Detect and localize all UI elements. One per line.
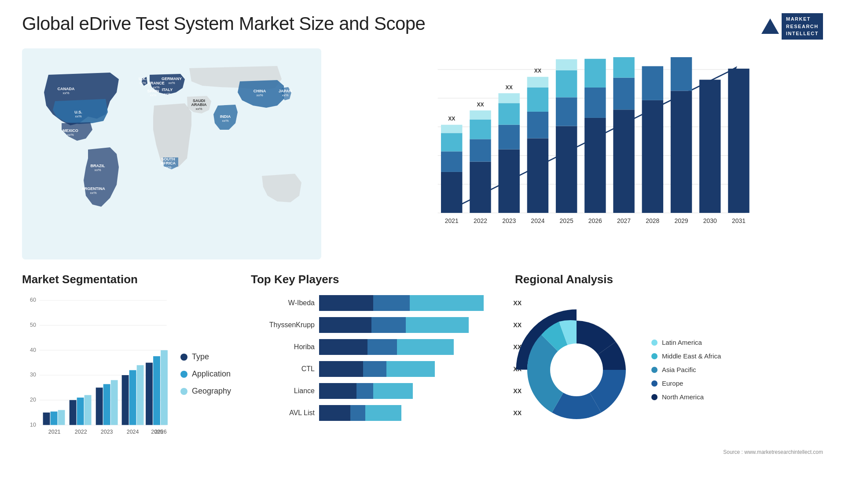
svg-text:xx%: xx% [165,165,171,169]
svg-rect-108 [51,411,58,425]
svg-text:xx%: xx% [150,93,156,97]
svg-text:GERMANY: GERMANY [162,77,182,81]
player-name-wibeda: W-Ibeda [251,299,315,307]
world-map: CANADA xx% U.S. xx% MEXICO xx% BRAZIL xx… [22,48,321,259]
svg-text:xx%: xx% [62,91,69,95]
regional-container: Regional Analysis [515,273,823,457]
segmentation-chart: 60 50 40 30 20 10 [22,293,172,442]
bottom-section: Market Segmentation 60 50 40 30 20 10 [22,273,823,457]
svg-rect-112 [77,398,84,425]
legend-application: Application [180,369,242,379]
latin-america-dot [651,340,658,346]
svg-rect-53 [498,103,519,124]
segmentation-content: 60 50 40 30 20 10 [22,293,242,442]
segmentation-title: Market Segmentation [22,273,242,286]
svg-rect-59 [527,77,548,87]
svg-rect-73 [642,66,663,100]
geography-dot [180,388,187,395]
svg-text:20: 20 [30,397,36,403]
svg-text:2024: 2024 [127,428,139,435]
player-name-horiba: Horiba [251,343,315,351]
player-bar-liance: XX [319,383,506,399]
type-label: Type [192,352,209,362]
svg-rect-48 [470,119,491,139]
north-america-dot [651,394,658,400]
svg-rect-54 [498,93,519,103]
svg-text:2021: 2021 [48,428,61,435]
svg-text:2026: 2026 [154,428,167,435]
svg-rect-49 [470,110,491,120]
svg-text:xx%: xx% [67,133,73,137]
svg-rect-69 [613,110,634,213]
svg-rect-71 [613,57,634,78]
player-row-wibeda: W-Ibeda XX [251,295,506,311]
svg-text:2022: 2022 [474,217,487,224]
player-name-avl: AVL List [251,409,315,417]
player-bar-avl: XX [319,405,506,421]
svg-text:XX: XX [534,68,541,74]
svg-text:2027: 2027 [617,217,631,224]
svg-text:40: 40 [30,347,36,353]
svg-rect-42 [441,151,462,172]
logo-triangle [761,18,779,34]
map-container: CANADA xx% U.S. xx% MEXICO xx% BRAZIL xx… [22,48,321,259]
svg-point-130 [550,343,603,396]
svg-rect-74 [671,91,692,213]
player-name-ctl: CTL [251,365,315,373]
europe-dot [651,380,658,387]
geography-label: Geography [192,387,231,396]
svg-rect-75 [671,57,692,91]
svg-text:xx%: xx% [282,93,288,97]
svg-text:60: 60 [30,297,36,303]
page-container: Global eDrive Test System Market Size an… [0,0,845,504]
svg-rect-119 [122,375,129,425]
asia-pacific-dot [651,367,658,373]
svg-text:XX: XX [506,84,513,90]
svg-text:2029: 2029 [675,217,688,224]
svg-text:xx%: xx% [90,191,96,195]
svg-text:INDIA: INDIA [220,114,231,119]
svg-rect-124 [153,356,160,424]
page-title: Global eDrive Test System Market Size an… [22,13,425,34]
player-row-ctl: CTL XX [251,361,506,377]
svg-rect-117 [111,380,118,425]
svg-rect-57 [527,111,548,138]
svg-text:AFRICA: AFRICA [161,161,176,165]
application-label: Application [192,369,231,379]
svg-text:BRAZIL: BRAZIL [91,164,105,168]
player-bar-wibeda: XX [319,295,506,311]
svg-text:FRANCE: FRANCE [148,81,165,85]
svg-text:XX: XX [448,116,455,122]
svg-rect-121 [137,365,144,425]
player-row-thyssen: ThyssenKrupp XX [251,317,506,333]
svg-text:50: 50 [30,322,36,328]
svg-rect-63 [556,70,577,97]
svg-rect-115 [96,387,103,425]
player-name-liance: Liance [251,387,315,395]
svg-rect-61 [556,126,577,213]
svg-text:ARGENTINA: ARGENTINA [81,186,105,191]
player-row-horiba: Horiba XX [251,339,506,355]
svg-rect-51 [498,149,519,212]
bar-chart: XX XX XX XX [356,57,814,237]
source-text: Source : www.marketresearchintellect.com [515,449,823,455]
svg-text:JAPAN: JAPAN [279,89,292,93]
svg-text:2024: 2024 [531,217,544,224]
type-dot [180,354,187,361]
svg-text:ITALY: ITALY [162,88,173,92]
svg-rect-116 [103,384,110,425]
bar-chart-container: XX XX XX XX [330,48,823,259]
asia-pacific-label: Asia Pacific [662,366,696,373]
svg-text:2023: 2023 [502,217,516,224]
svg-rect-64 [556,59,577,70]
svg-text:10: 10 [30,421,36,427]
middle-east-label: Middle East & Africa [662,352,721,360]
svg-rect-41 [441,172,462,212]
svg-rect-62 [556,97,577,126]
svg-rect-43 [441,133,462,151]
svg-text:ARABIA: ARABIA [191,102,207,107]
svg-text:xx%: xx% [195,107,202,111]
svg-text:XX: XX [477,101,484,107]
svg-rect-70 [613,77,634,110]
segmentation-container: Market Segmentation 60 50 40 30 20 10 [22,273,242,457]
